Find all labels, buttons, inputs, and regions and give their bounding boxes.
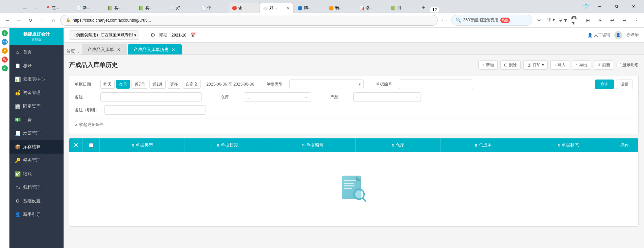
select-all-checkbox[interactable] [89,143,93,148]
address-input[interactable]: 🔒 https://cloud.chanjet.com/accounting/u… [60,15,438,26]
custom-btn[interactable]: 自定义 [183,80,201,89]
export-button[interactable]: ↑ 导出 [572,60,591,70]
sidebar-item-salary[interactable]: 💵 工资 [9,113,64,127]
delete-button[interactable]: ⊟ 删除 [500,60,521,70]
translate-icon[interactable]: 译 ▼ [547,16,556,25]
breadcrumb-home[interactable]: 首页 [66,48,75,54]
1month-btn[interactable]: 近1月 [149,80,166,89]
th-checkbox[interactable] [83,138,100,152]
org-settings-button[interactable]: ⚙ [150,32,155,38]
bookmark-button[interactable]: ☆ [49,16,58,25]
app-icon-1[interactable]: e [1,29,9,37]
tab-9[interactable]: 🔵 腾... [294,3,325,13]
forward-nav[interactable]: → [31,3,41,13]
new-tab-button[interactable]: + [419,3,429,13]
app-icon-4[interactable]: W [1,55,9,64]
restore-btn[interactable]: ⧉ [609,0,624,13]
app-icon-5[interactable]: ✉ [1,64,9,72]
tab-1[interactable]: 📍 在... [42,3,72,13]
print-button[interactable]: 🖨 打印 ▾ [523,60,548,70]
home-button[interactable]: ⌂ [37,16,47,25]
more-icon[interactable]: ⋮ [632,16,641,25]
grid-icon[interactable]: ⊞ [583,16,593,25]
refresh-button[interactable]: ↺ 刷新 [594,60,614,70]
minimize-btn[interactable]: ─ [592,0,607,13]
tab-3[interactable]: 📗 易... [104,3,135,13]
content-topbar: （勿删勿禁用）江西服宝测试专用 ▾ + ⚙ 账期 2021-10 📅 👤 人工咨… [64,28,644,43]
extensions-icon[interactable]: ⋮⋮ [440,16,449,25]
sidebar-item-guide[interactable]: 👤 新手引导 [9,208,64,221]
theme-icon[interactable]: ☀ [595,16,605,25]
tab-2[interactable]: 📄 新... [73,3,103,13]
sidebar-item-invoice[interactable]: 🧾 发票管理 [9,127,64,140]
sidebar-item-ledger[interactable]: 📋 总账 [9,59,64,72]
company-selector[interactable]: （勿删勿禁用）江西服宝测试专用 ▾ [69,30,139,40]
tab-6[interactable]: 📄 个... [197,3,228,13]
sidebar-item-settings[interactable]: ⚙ 基础设置 [9,194,64,208]
remark-input[interactable] [100,92,202,102]
tab-10[interactable]: 🟠 畅... [325,3,356,13]
search-section[interactable]: 🔍 360智能抠图免费用 热搜 [451,15,532,26]
sidebar-item-asset[interactable]: 🏢 固定资产 [9,99,64,113]
show-detail-checkbox[interactable] [617,63,621,67]
query-button[interactable]: 查询 [595,80,614,89]
add-org-button[interactable]: + [143,32,146,38]
add-button[interactable]: + 新增 [478,60,498,70]
app-icon-3[interactable]: ✦ [1,47,9,55]
page-tab-history-close[interactable]: ✕ [171,47,176,52]
sidebar-item-inventory[interactable]: 📦 库存核算 [9,140,64,154]
sidebar-item-tax[interactable]: 🔑 税务管理 [9,154,64,167]
back-nav[interactable]: ← [20,3,30,13]
app-icon-2[interactable]: CH [1,38,9,46]
sidebar-item-archive[interactable]: 🗂 归档管理 [9,181,64,194]
back-button[interactable]: ← [3,16,12,25]
user-avatar[interactable]: 👤 [614,31,622,39]
th-status[interactable]: ⇅ 单据状态 [526,138,611,152]
redo-icon[interactable]: ↪ [620,16,629,25]
today-btn[interactable]: 今天 [116,80,130,89]
page-tab-history[interactable]: 产成品入库单历史 ✕ [128,44,182,54]
service-button[interactable]: 👤 人工咨询 [588,32,610,38]
bill-type-select[interactable]: ▾ [289,80,364,89]
show-detail-toggle[interactable]: 显示明细 [617,62,639,68]
detail-remark-input[interactable] [104,105,206,115]
tab-icon-btn[interactable]: 👕 [581,2,591,11]
tab-7[interactable]: 🔴 企... [229,3,259,13]
sidebar-item-fund[interactable]: 💰 资金管理 [9,86,64,99]
game-icon[interactable]: 🎮 ▼ [571,16,580,25]
th-settings[interactable] [69,138,83,152]
refresh-button[interactable]: ↻ [26,16,35,25]
tab-8-close[interactable]: ✕ [285,5,290,11]
yesterday-btn[interactable]: 昨天 [100,80,115,89]
import-button[interactable]: ↓ 导入 [550,60,569,70]
tab-11-icon: 📊 [359,5,365,11]
7days-btn[interactable]: 近7天 [132,80,148,89]
calendar-button[interactable]: 📅 [190,32,196,38]
th-date[interactable]: ⇅ 单据日期 [185,138,270,152]
currency-icon[interactable]: ¥ ▼ [559,16,568,25]
tab-5[interactable]: ☁️ 好... [166,3,197,13]
th-warehouse[interactable]: ⇅ 仓库 [356,138,441,152]
tab-8[interactable]: ☁️ 好... ✕ [260,3,293,13]
collapse-button[interactable]: ∧ 收起更多条件 [75,120,103,130]
th-type[interactable]: ⇅ 单据类型 [100,138,185,152]
scissors-icon[interactable]: ✂ [534,16,544,25]
warehouse-select[interactable]: ... ··· [244,92,311,102]
tab-11[interactable]: 📊 各... [356,3,387,13]
tab-4[interactable]: 📗 易... [135,3,166,13]
th-cost[interactable]: ⇅ 总成本 [441,138,526,152]
page-tab-list-close[interactable]: ✕ [116,47,121,52]
undo-icon[interactable]: ↩ [607,16,617,25]
sidebar-item-report[interactable]: 📊 云报表中心 [9,72,64,86]
more-btn[interactable]: 更多 [167,80,181,89]
filter-settings-button[interactable]: 设置 [616,80,633,89]
app-logo[interactable]: 畅捷通好会计 旗舰版 [9,28,64,45]
th-number[interactable]: ⇅ 单据编号 [270,138,355,152]
sidebar-item-home[interactable]: ⌂ 首页 [9,45,64,59]
sidebar-item-checkout[interactable]: ✅ 结账 [9,167,64,181]
forward-button[interactable]: → [14,16,24,25]
product-select[interactable]: ... ··· [353,92,421,102]
tab-12[interactable]: 📗 目... [387,3,418,13]
bill-number-input[interactable] [399,80,473,89]
close-btn[interactable]: ✕ [626,0,641,13]
